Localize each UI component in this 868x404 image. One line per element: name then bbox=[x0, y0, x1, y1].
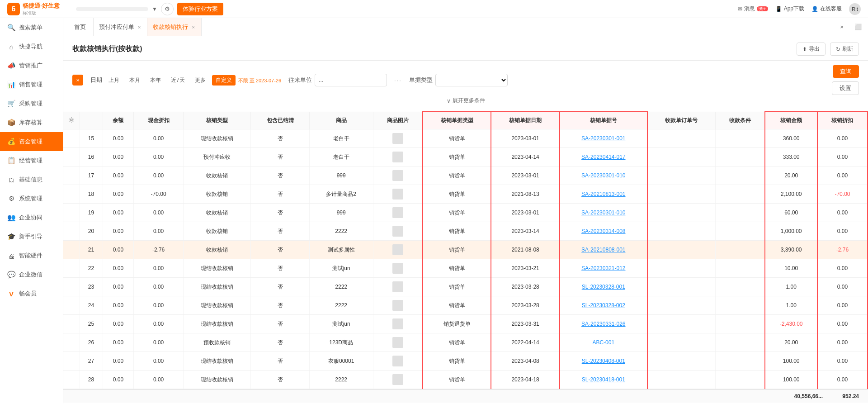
td-bill-type: 销货单 bbox=[423, 185, 491, 204]
td-bill-no[interactable]: SA-20230301-001 bbox=[560, 129, 647, 148]
sidebar-item-finance[interactable]: 💰 资金管理 bbox=[0, 132, 63, 151]
td-bill-no[interactable]: SL-20230418-001 bbox=[560, 371, 647, 389]
table-row[interactable]: 15 0.00 0.00 现结收款核销 否 老白干 销货单 2023-03-01… bbox=[63, 129, 868, 148]
sidebar-item-guide[interactable]: 🎓 新手引导 bbox=[0, 227, 63, 246]
filter-date-7days[interactable]: 近7天 bbox=[167, 75, 189, 86]
filter-bill-type-select[interactable] bbox=[435, 74, 508, 86]
bill-no-link[interactable]: SA-20230301-001 bbox=[581, 135, 625, 142]
td-bill-no[interactable]: SA-20230314-008 bbox=[560, 222, 647, 241]
top-dropdown[interactable]: ▼ bbox=[152, 6, 157, 12]
tab-prepay-close[interactable]: × bbox=[137, 24, 142, 31]
user-avatar[interactable]: Rit bbox=[849, 3, 861, 15]
sidebar-item-member[interactable]: V 畅会员 bbox=[0, 284, 63, 303]
bill-no-link[interactable]: SA-20230331-026 bbox=[581, 321, 625, 327]
inventory-icon: 📦 bbox=[7, 119, 15, 127]
sidebar-item-search[interactable]: 🔍 搜索菜单 bbox=[0, 18, 63, 37]
filter-date-this-month[interactable]: 本月 bbox=[126, 75, 144, 86]
td-bill-no[interactable]: SL-20230328-002 bbox=[560, 296, 647, 315]
sidebar-item-marketing[interactable]: 📣 营销推广 bbox=[0, 56, 63, 75]
filter-date-this-year[interactable]: 本年 bbox=[146, 75, 165, 86]
messages-btn[interactable]: ✉ 消息 99+ bbox=[738, 5, 768, 13]
bill-no-link[interactable]: SA-20210813-001 bbox=[581, 191, 625, 197]
td-bill-date: 2023-04-18 bbox=[491, 371, 559, 389]
table-row[interactable]: 21 0.00 -2.76 收款核销 否 测试多属性 销货单 2021-08-0… bbox=[63, 241, 868, 259]
td-bill-no[interactable]: SA-20210813-001 bbox=[560, 185, 647, 204]
top-bar-center: ▼ ⚙ 体验行业方案 bbox=[76, 3, 732, 15]
td-balance: 0.00 bbox=[103, 129, 134, 148]
sidebar-label-sales: 销售管理 bbox=[19, 81, 42, 89]
td-bill-no[interactable]: SA-20230414-017 bbox=[560, 148, 647, 166]
td-bill-no[interactable]: SA-20230321-012 bbox=[560, 259, 647, 278]
hardware-icon: 🖨 bbox=[7, 252, 15, 260]
td-bill-no[interactable]: ABC-001 bbox=[560, 333, 647, 352]
tab-home[interactable]: 首页 bbox=[67, 18, 94, 36]
td-bill-no[interactable]: SA-20230301-010 bbox=[560, 204, 647, 222]
td-bill-no[interactable]: SL-20230328-001 bbox=[560, 278, 647, 296]
sidebar-item-nav[interactable]: ⌂ 快捷导航 bbox=[0, 37, 63, 56]
table-row[interactable]: 28 0.00 0.00 现结收款核销 否 2222 销货单 2023-04-1… bbox=[63, 371, 868, 389]
td-bill-no[interactable]: SA-20210808-001 bbox=[560, 241, 647, 259]
table-row[interactable]: 25 0.00 0.00 现结收款核销 否 测试jun 销货退货单 2023-0… bbox=[63, 315, 868, 333]
sidebar-item-operations[interactable]: 📋 经营管理 bbox=[0, 151, 63, 170]
td-bill-no[interactable]: SL-20230408-001 bbox=[560, 352, 647, 371]
td-cash-discount: 0.00 bbox=[134, 222, 183, 241]
online-service-btn[interactable]: 👤 在线客服 bbox=[811, 5, 842, 13]
th-settings[interactable] bbox=[63, 112, 80, 129]
table-row[interactable]: 16 0.00 0.00 预付冲应收 否 老白干 销货单 2023-04-14 … bbox=[63, 148, 868, 166]
tab-maximize-btn[interactable]: ⬜ bbox=[852, 21, 864, 33]
td-verify-amount: -2,430.00 bbox=[765, 315, 817, 333]
tab-collection-close[interactable]: × bbox=[191, 24, 195, 31]
filter-date-more[interactable]: 更多 bbox=[191, 75, 209, 86]
td-seq: 25 bbox=[80, 315, 103, 333]
td-bill-no[interactable]: SA-20230331-026 bbox=[560, 315, 647, 333]
bill-no-link[interactable]: SL-20230328-002 bbox=[582, 302, 625, 309]
sidebar-item-hardware[interactable]: 🖨 智能硬件 bbox=[0, 246, 63, 265]
table-row[interactable]: 26 0.00 0.00 预收款核销 否 123D商品 销货单 2022-04-… bbox=[63, 333, 868, 352]
top-search-box[interactable] bbox=[76, 7, 148, 11]
finance-icon: 💰 bbox=[7, 138, 15, 146]
tab-prepay[interactable]: 预付冲应付单 × bbox=[94, 18, 147, 36]
bill-no-link[interactable]: SA-20230301-010 bbox=[581, 172, 625, 179]
bill-no-link[interactable]: SL-20230418-001 bbox=[582, 376, 625, 383]
refresh-btn[interactable]: ↻ 刷新 bbox=[830, 43, 859, 56]
bill-no-link[interactable]: SA-20230321-012 bbox=[581, 265, 625, 271]
table-row[interactable]: 23 0.00 0.00 现结收款核销 否 2222 销货单 2023-03-2… bbox=[63, 278, 868, 296]
filter-date-custom[interactable]: 自定义 bbox=[212, 75, 236, 86]
bill-no-link[interactable]: SL-20230328-001 bbox=[582, 284, 625, 290]
filter-expand-btn[interactable]: » bbox=[72, 75, 83, 86]
sidebar-item-basic-info[interactable]: 🗂 基础信息 bbox=[0, 170, 63, 189]
settings-btn[interactable]: ⚙ bbox=[161, 3, 174, 15]
tab-close-window-btn[interactable]: × bbox=[835, 21, 848, 33]
bill-no-link[interactable]: SA-20230301-010 bbox=[581, 209, 625, 216]
bill-no-link[interactable]: ABC-001 bbox=[592, 339, 614, 346]
sidebar-item-wechat[interactable]: 💬 企业微信 bbox=[0, 265, 63, 284]
table-row[interactable]: 18 0.00 -70.00 收款核销 否 多计量商品2 销货单 2021-08… bbox=[63, 185, 868, 204]
sidebar-item-sales[interactable]: 📊 销售管理 bbox=[0, 75, 63, 94]
app-download-btn[interactable]: 📱 App下载 bbox=[775, 5, 804, 13]
table-row[interactable]: 27 0.00 0.00 现结收款核销 否 衣服00001 销货单 2023-0… bbox=[63, 352, 868, 371]
table-row[interactable]: 24 0.00 0.00 现结收款核销 否 2222 销货单 2023-03-2… bbox=[63, 296, 868, 315]
sidebar-item-collab[interactable]: 👥 企业协同 bbox=[0, 208, 63, 227]
sidebar-item-inventory[interactable]: 📦 库存核算 bbox=[0, 113, 63, 132]
export-btn[interactable]: ⬆ 导出 bbox=[797, 43, 826, 56]
bill-no-link[interactable]: SA-20230414-017 bbox=[581, 154, 625, 160]
table-row[interactable]: 22 0.00 0.00 现结收款核销 否 测试jun 销货单 2023-03-… bbox=[63, 259, 868, 278]
industry-btn[interactable]: 体验行业方案 bbox=[177, 3, 223, 15]
table-row[interactable]: 19 0.00 0.00 收款核销 否 999 销货单 2023-03-01 S… bbox=[63, 204, 868, 222]
sidebar-label-inventory: 库存核算 bbox=[19, 119, 42, 127]
bill-no-link[interactable]: SL-20230408-001 bbox=[582, 358, 625, 364]
table-row[interactable]: 17 0.00 0.00 收款核销 否 999 销货单 2023-03-01 S… bbox=[63, 166, 868, 185]
filter-expand-more-btn[interactable]: ∨ 展开更多条件 bbox=[72, 95, 859, 106]
bill-no-link[interactable]: SA-20210808-001 bbox=[581, 247, 625, 253]
td-cash-discount: 0.00 bbox=[134, 166, 183, 185]
filter-settings-btn[interactable]: 设置 bbox=[832, 81, 859, 95]
tab-collection[interactable]: 收款核销执行 × bbox=[147, 18, 201, 36]
bill-no-link[interactable]: SA-20230314-008 bbox=[581, 228, 625, 234]
filter-partner-input[interactable] bbox=[315, 74, 387, 86]
query-btn[interactable]: 查询 bbox=[833, 65, 859, 78]
filter-date-last-month[interactable]: 上月 bbox=[105, 75, 123, 86]
table-row[interactable]: 20 0.00 0.00 收款核销 否 2222 销货单 2023-03-14 … bbox=[63, 222, 868, 241]
sidebar-item-purchase[interactable]: 🛒 采购管理 bbox=[0, 94, 63, 113]
sidebar-item-system[interactable]: ⚙ 系统管理 bbox=[0, 189, 63, 208]
td-bill-no[interactable]: SA-20230301-010 bbox=[560, 166, 647, 185]
